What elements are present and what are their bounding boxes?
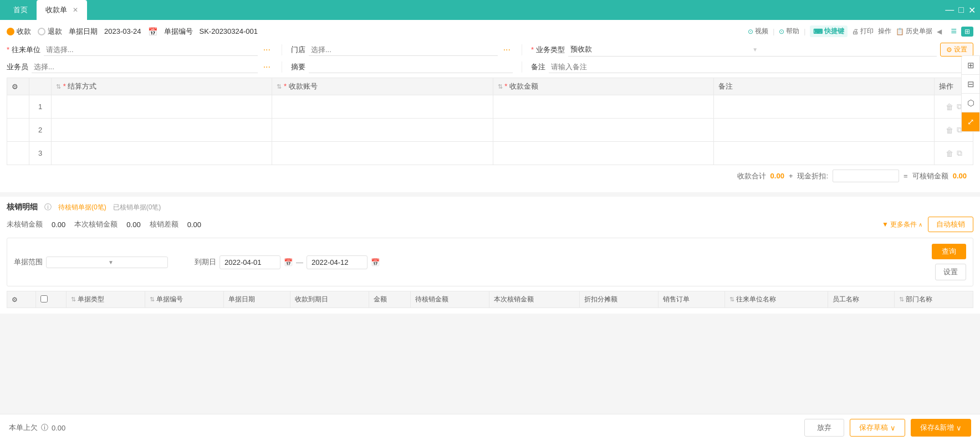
right-panel-book-btn[interactable]: ⊟ [962, 75, 979, 94]
staff-input[interactable] [32, 61, 258, 73]
operation-btn[interactable]: 操作 [878, 27, 891, 36]
window-maximize-icon[interactable]: □ [958, 5, 964, 16]
td-account-1[interactable] [272, 95, 493, 119]
form-settings-btn[interactable]: ⚙ 设置 [940, 43, 973, 57]
date-from-cal-icon[interactable]: 📅 [284, 258, 293, 266]
settlement-input-2[interactable] [52, 119, 272, 141]
help-btn[interactable]: ⊙ 帮助 [779, 27, 799, 36]
settlement-input-3[interactable] [52, 142, 272, 165]
th-gear-wo[interactable]: ⚙ [7, 291, 36, 308]
th-gear[interactable]: ⚙ [7, 78, 29, 95]
settlement-input-1[interactable] [52, 95, 272, 118]
store-input[interactable] [309, 44, 498, 56]
counterparty-input[interactable] [44, 44, 258, 56]
write-off-section: 核销明细 ⓘ 待核销单据(0笔) 已核销单据(0笔) 未核销金额 0.00 本次… [0, 197, 980, 314]
date-to-cal-icon[interactable]: 📅 [371, 258, 380, 266]
td-remark-3[interactable] [713, 142, 934, 165]
right-panel-link-btn[interactable]: ⬡ [962, 94, 979, 112]
td-remark-1[interactable] [713, 95, 934, 119]
set-btn[interactable]: 设置 [935, 264, 966, 280]
td-settlement-3[interactable] [52, 142, 272, 165]
filter-range-select[interactable]: ▼ [46, 257, 168, 268]
td-settlement-1[interactable] [52, 95, 272, 119]
radio-refund[interactable]: 退款 [38, 27, 62, 37]
form-row-1: * 往来单位 ··· 门店 ··· * 业务类型 预收款 ▼ [7, 43, 973, 57]
business-type-label: * 业务类型 [531, 45, 565, 55]
amount-input-3[interactable] [493, 142, 713, 165]
video-btn[interactable]: ⊙ 视频 [748, 27, 768, 36]
amount-input-1[interactable] [493, 95, 713, 118]
account-input-3[interactable] [272, 142, 492, 165]
td-checkbox-1 [7, 95, 29, 119]
staff-more-btn[interactable]: ··· [261, 62, 273, 72]
remark-input[interactable] [549, 61, 973, 73]
td-amount-1[interactable] [493, 95, 713, 119]
discount-input[interactable] [833, 170, 899, 182]
filter-range-label: 单据范围 [14, 257, 43, 267]
amount-input-2[interactable] [493, 119, 713, 141]
th-counterparty-name: ⇅ 往来单位名称 [724, 291, 828, 308]
select-all-checkbox[interactable] [40, 295, 48, 302]
counterparty-more-btn[interactable]: ··· [261, 45, 273, 55]
business-type-select[interactable]: 预收款 ▼ [568, 43, 937, 57]
info-icon[interactable]: ⓘ [44, 202, 52, 212]
radio-refund-dot [38, 28, 45, 35]
history-btn[interactable]: 📋 历史单据 [896, 27, 932, 36]
date-value: 2023-03-24 [104, 27, 141, 35]
th-doc-type: ⇅ 单据类型 [66, 291, 145, 308]
tab-bar: 首页 收款单 ✕ — □ ✕ [0, 0, 980, 20]
grid-icon[interactable]: ⊞ [961, 27, 973, 37]
auto-write-off-btn[interactable]: 自动核销 [928, 217, 973, 232]
delete-row-1-icon[interactable]: 🗑 [946, 102, 953, 111]
print-btn[interactable]: 🖨 打印 [852, 27, 874, 36]
remark-input-1[interactable] [714, 95, 934, 118]
query-btn[interactable]: 查询 [932, 244, 966, 259]
date-from-input[interactable] [220, 255, 280, 269]
delete-row-3-icon[interactable]: 🗑 [946, 149, 953, 158]
td-settlement-2[interactable] [52, 119, 272, 142]
action-icons-3: 🗑 ⧉ [935, 148, 973, 158]
tab-home[interactable]: 首页 [4, 0, 37, 20]
remark-input-2[interactable] [714, 119, 934, 141]
nav-left-icon[interactable]: ◀ [937, 28, 942, 35]
pending-tag[interactable]: 待核销单据(0笔) [58, 203, 106, 212]
menu-icon[interactable]: ≡ [951, 25, 957, 37]
td-account-2[interactable] [272, 119, 493, 142]
th-pending-amount: 待核销金额 [410, 291, 489, 308]
tab-close-icon[interactable]: ✕ [73, 0, 78, 20]
td-num-3: 3 [29, 142, 52, 165]
remark-input-3[interactable] [714, 142, 934, 165]
table-row: 2 🗑 ⧉ [7, 119, 973, 142]
more-conditions-chevron: ∧ [918, 222, 922, 228]
td-amount-2[interactable] [493, 119, 713, 142]
field-sep-4 [522, 61, 522, 73]
account-input-2[interactable] [272, 119, 492, 141]
copy-row-3-icon[interactable]: ⧉ [957, 148, 962, 158]
td-account-3[interactable] [272, 142, 493, 165]
radio-receive[interactable]: 收款 [7, 27, 31, 37]
completed-tag[interactable]: 已核销单据(0笔) [113, 203, 161, 212]
th-checkbox-wo[interactable] [35, 291, 66, 308]
window-minimize-icon[interactable]: — [945, 5, 954, 16]
th-amount: ⇅ * 收款金额 [493, 78, 713, 95]
right-panel-table-btn[interactable]: ⊞ [962, 56, 979, 75]
filter-range-field: 单据范围 ▼ [14, 257, 168, 268]
number-label: 单据编号 [164, 27, 193, 37]
account-input-1[interactable] [272, 95, 492, 118]
td-amount-3[interactable] [493, 142, 713, 165]
tab-receipt[interactable]: 收款单 ✕ [37, 0, 87, 20]
delete-row-2-icon[interactable]: 🗑 [946, 126, 953, 135]
date-to-input[interactable] [307, 255, 368, 269]
right-panel-expand-btn[interactable]: ⤢ [962, 112, 979, 131]
window-close-icon[interactable]: ✕ [968, 5, 976, 16]
summary-row: 收款合计 0.00 + 现金折扣: = 可核销金额 0.00 [7, 165, 973, 187]
counterparty-field: * 往来单位 ··· [7, 44, 273, 56]
write-off-table-header: ⚙ ⇅ 单据类型 ⇅ 单据编号 单据日期 收款到期日 金额 待核销金额 本次核销… [7, 291, 973, 308]
summary-input[interactable] [309, 61, 513, 73]
store-more-btn[interactable]: ··· [501, 45, 513, 55]
more-conditions-btn[interactable]: ▼ 更多条件 ∧ [882, 220, 922, 229]
calendar-icon[interactable]: 📅 [148, 27, 157, 36]
td-remark-2[interactable] [713, 119, 934, 142]
shortcut-btn[interactable]: ⌨ 快捷键 [810, 25, 848, 37]
current-value: 0.00 [126, 221, 140, 229]
